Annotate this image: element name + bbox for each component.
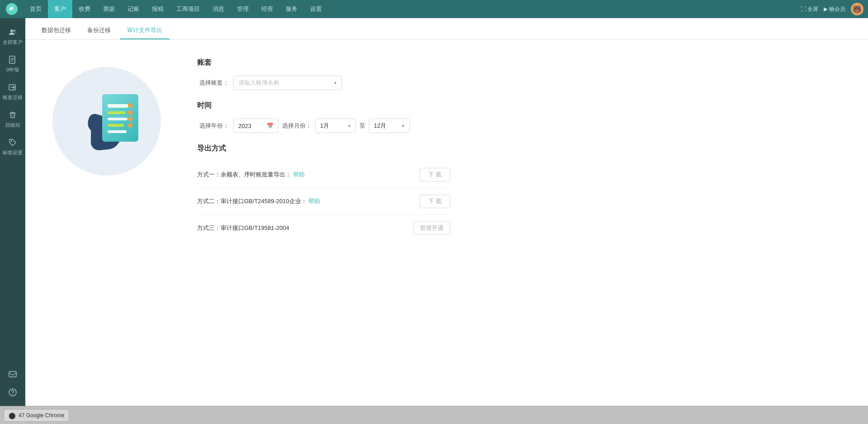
export-method-1-help-link[interactable]: 帮助 (293, 171, 305, 178)
account-select-label: 选择账套： (197, 79, 229, 87)
nav-operation[interactable]: 经营 (255, 0, 279, 18)
nav-manage[interactable]: 管理 (231, 0, 255, 18)
nav-tax[interactable]: 报税 (146, 0, 170, 18)
calendar-icon: 📅 (267, 123, 274, 129)
svg-rect-18 (108, 111, 126, 114)
sidebar-label-recycle: 回收站 (5, 122, 20, 129)
main-layout: 全部客户 0申报 账套迁移 (0, 18, 868, 406)
fullscreen-label: 全屏 (807, 5, 818, 13)
sidebar: 全部客户 0申报 账套迁移 (0, 18, 25, 406)
svg-rect-20 (108, 124, 124, 127)
export-method-1-text: 方式一：余额表、序时账批量导出： 帮助 (197, 171, 305, 179)
app-logo[interactable] (5, 2, 19, 16)
nav-fee[interactable]: 收费 (72, 0, 97, 18)
svg-rect-12 (9, 372, 16, 377)
nav-right-controls: ⛶ 全屏 ▶ 畅会员 🐻 (801, 3, 863, 15)
time-row: 选择年份： 2023 📅 选择月份： 1月 ▾ 至 12月 (197, 119, 450, 133)
account-dropdown-arrow-icon: ▾ (334, 80, 337, 86)
nav-message[interactable]: 消息 (206, 0, 231, 18)
all-customers-icon (8, 27, 18, 37)
export-method-row-1: 方式一：余额表、序时账批量导出： 帮助 下 载 (197, 162, 450, 188)
export-method-2-text: 方式二：审计接口GB/T24589-2010企业： 帮助 (197, 197, 320, 205)
export-method-3-label: 方式三：审计接口GB/T19581-2004 (197, 224, 289, 231)
nav-service[interactable]: 服务 (279, 0, 304, 18)
time-controls: 2023 📅 选择月份： 1月 ▾ 至 12月 ▾ (233, 119, 410, 133)
export-method-row-2: 方式二：审计接口GB/T24589-2010企业： 帮助 下 载 (197, 188, 450, 215)
start-month-value: 1月 (320, 122, 329, 130)
download-button-2[interactable]: 下 载 (420, 195, 450, 208)
user-avatar[interactable]: 🐻 (851, 3, 863, 15)
svg-point-1 (10, 29, 13, 32)
svg-rect-21 (108, 130, 127, 133)
nav-invoice[interactable]: 票据 (97, 0, 121, 18)
sidebar-item-all-customers[interactable]: 全部客户 (0, 23, 25, 50)
account-migration-icon (8, 82, 18, 92)
export-method-row-3: 方式三：审计接口GB/T19581-2004 暂缓开通 (197, 215, 450, 241)
fullscreen-button[interactable]: ⛶ 全屏 (801, 5, 818, 13)
account-section-title: 账套 (197, 58, 450, 67)
nav-business[interactable]: 工商项目 (170, 0, 206, 18)
illustration-circle (52, 67, 161, 176)
sidebar-item-account-migration[interactable]: 账套迁移 (0, 78, 25, 105)
sidebar-help-icon[interactable] (0, 383, 25, 401)
svg-rect-19 (108, 118, 127, 120)
tag-icon (8, 138, 18, 148)
svg-point-2 (14, 30, 16, 32)
time-to-separator: 至 (359, 122, 365, 130)
month-select-label: 选择月份： (282, 122, 311, 130)
vip-button[interactable]: ▶ 畅会员 (824, 5, 845, 13)
sidebar-label-account-migration: 账套迁移 (3, 94, 23, 101)
illustration-area (52, 58, 161, 388)
sidebar-label-all-customers: 全部客户 (3, 39, 23, 46)
audit-illustration (66, 76, 147, 167)
opening-button-3[interactable]: 暂缓开通 (413, 221, 450, 235)
nav-settings[interactable]: 设置 (304, 0, 328, 18)
end-month-value: 12月 (374, 122, 386, 130)
account-select-input[interactable]: 请输入账簿名称 ▾ (233, 76, 342, 90)
tab-audit-export[interactable]: 审计文件导出 (120, 22, 170, 39)
form-area: 账套 选择账套： 请输入账簿名称 ▾ 时间 选择年份： 2023 (197, 58, 450, 388)
sidebar-message-icon[interactable] (0, 365, 25, 383)
chrome-icon: ⬤ (9, 412, 16, 419)
nav-items: 首页 客户 收费 票据 记账 报税 工商项目 消息 管理 经营 服务 设置 (24, 0, 801, 18)
nav-customer[interactable]: 客户 (48, 0, 72, 18)
tab-backup-migration[interactable]: 备份迁移 (80, 22, 118, 39)
start-month-select[interactable]: 1月 ▾ (315, 119, 356, 133)
end-month-select[interactable]: 12月 ▾ (369, 119, 410, 133)
year-value: 2023 (238, 123, 251, 129)
sidebar-item-tag-settings[interactable]: 标签设置 (0, 133, 25, 161)
year-select-label: 选择年份： (197, 122, 229, 130)
zero-report-icon (8, 55, 18, 65)
nav-bookkeeping[interactable]: 记账 (121, 0, 146, 18)
account-placeholder: 请输入账簿名称 (238, 79, 279, 87)
export-method-1-label: 方式一：余额表、序时账批量导出： (197, 171, 291, 178)
content-area: 数据包迁移 备份迁移 审计文件导出 (25, 18, 868, 406)
tab-data-migration[interactable]: 数据包迁移 (34, 22, 78, 39)
sidebar-bottom (0, 365, 25, 406)
account-select-row: 选择账套： 请输入账簿名称 ▾ (197, 76, 450, 90)
export-method-2-help-link[interactable]: 帮助 (308, 198, 320, 205)
sidebar-item-recycle[interactable]: 回收站 (0, 105, 25, 133)
time-section-title: 时间 (197, 101, 450, 110)
svg-point-22 (128, 103, 132, 108)
fullscreen-icon: ⛶ (801, 6, 806, 12)
nav-home[interactable]: 首页 (24, 0, 48, 18)
export-method-3-text: 方式三：审计接口GB/T19581-2004 (197, 224, 289, 232)
export-method-2-label: 方式二：审计接口GB/T24589-2010企业： (197, 198, 307, 205)
download-button-1[interactable]: 下 载 (420, 168, 450, 181)
sidebar-item-zero-report[interactable]: 0申报 (0, 50, 25, 78)
svg-point-23 (128, 110, 132, 115)
export-section-title: 导出方式 (197, 144, 450, 153)
start-month-arrow-icon: ▾ (348, 123, 351, 129)
export-methods-section: 导出方式 方式一：余额表、序时账批量导出： 帮助 下 载 方式二：审计接口GB/… (197, 144, 450, 241)
svg-point-11 (11, 141, 12, 142)
sub-tabs: 数据包迁移 备份迁移 审计文件导出 (25, 18, 868, 40)
taskbar-item-label: 47 Google Chrome (19, 412, 64, 419)
svg-point-24 (128, 117, 132, 121)
top-navigation: 首页 客户 收费 票据 记账 报税 工商项目 消息 管理 经营 服务 设置 ⛶ … (0, 0, 868, 18)
taskbar-chrome-item[interactable]: ⬤ 47 Google Chrome (4, 409, 69, 422)
recycle-icon (8, 110, 18, 120)
year-input[interactable]: 2023 📅 (233, 119, 278, 133)
sidebar-label-zero-report: 0申报 (6, 67, 19, 73)
end-month-arrow-icon: ▾ (402, 123, 405, 129)
